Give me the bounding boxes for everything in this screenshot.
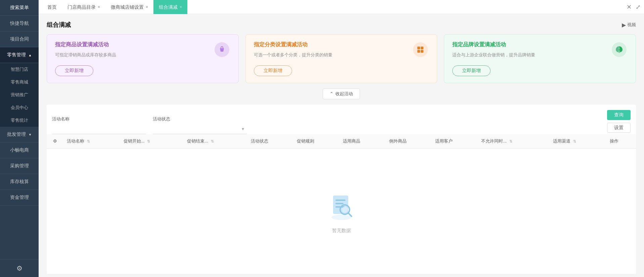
svg-rect-2 [417,47,420,49]
sidebar-item-project-contract[interactable]: 项目合同 [0,32,39,47]
brand-activity-card: 指定品牌设置满减活动 适合与上游企业联合做营销，提升品牌销量 立即新增 [444,34,636,83]
leaf-icon [611,41,628,58]
filter-actions: 查询 设置 [607,110,631,134]
sidebar-retail-submenu: 智慧门店 零售商城 营销推广 会员中心 零售统计 [0,63,39,127]
product-activity-card: 指定商品设置满减活动 可指定滞销商品或库存较多商品 立即新增 [47,34,239,83]
filter-status-select[interactable]: 进行中 已结束 未开始 [153,123,247,134]
svg-rect-5 [421,50,423,53]
filter-status-select-wrap: 进行中 已结束 未开始 [153,123,247,134]
empty-text: 暂无数据 [60,228,623,234]
sidebar-item-quick-nav[interactable]: 快捷导航 [0,16,39,32]
activity-table: ⚙ 活动名称 ⇅ 促销开始... ⇅ 促销结束... ⇅ [47,134,636,274]
chevron-up-icon: ⌃ [330,91,333,96]
svg-rect-4 [417,50,420,53]
bag-icon [214,41,230,58]
sidebar-subitem-marketing[interactable]: 营销推广 [0,89,39,101]
category-card-btn[interactable]: 立即新增 [254,65,292,76]
th-gear[interactable]: ⚙ [47,134,63,149]
gear-icon: ⚙ [53,138,57,144]
wholesale-arrow-icon: ▼ [28,133,32,136]
th-customer: 适用客户 [432,134,478,149]
collapse-activities-button[interactable]: ⌃ 收起活动 [323,89,360,99]
sidebar-subitem-smart-store[interactable]: 智慧门店 [0,63,39,76]
filter-status: 活动状态 进行中 已结束 未开始 [153,116,247,134]
close-window-button[interactable]: ✕ [627,0,632,14]
th-end[interactable]: 促销结束... ⇅ [184,134,247,149]
sort-channel-icon: ⇅ [573,139,576,143]
table-body: 暂无数据 [47,148,636,274]
svg-rect-12 [335,203,343,204]
empty-illustration [325,189,358,222]
sort-name-icon: ⇅ [87,139,90,143]
activity-cards: 指定商品设置满减活动 可指定滞销商品或库存较多商品 立即新增 指定分类设置满减活… [47,34,636,83]
sort-end-icon: ⇅ [211,139,214,143]
play-circle-icon: ▶ [622,22,626,28]
th-exclude: 例外商品 [386,134,432,149]
sidebar-item-wholesale-mgmt[interactable]: 批发管理 ▼ [0,127,39,143]
setting-button[interactable]: 设置 [607,123,631,133]
sort-start-icon: ⇅ [147,139,150,143]
tab-close-product-catalog[interactable]: × [98,0,100,14]
sidebar-subitem-members[interactable]: 会员中心 [0,101,39,114]
maximize-window-button[interactable]: ⤢ [636,0,641,14]
category-card-desc: 可选一个或者多个分类，提升分类的销量 [254,52,429,59]
tab-bar: 首页 门店商品目录 × 微商城店铺设置 × 组合满减 × ✕ ⤢ [39,0,644,14]
svg-rect-11 [335,200,346,201]
tab-close-combo-discount[interactable]: × [180,0,182,14]
retail-arrow-icon: ▲ [28,53,32,57]
sort-concurrent-icon: ⇅ [509,139,512,143]
svg-rect-3 [421,47,423,49]
th-no-concurrent[interactable]: 不允许同时... ⇅ [478,134,550,149]
svg-point-1 [413,42,428,57]
sidebar-search[interactable]: 搜索菜单 [0,0,39,16]
video-button[interactable]: ▶ 视频 [622,22,636,28]
svg-point-16 [342,207,348,213]
th-action: 操作 [606,134,636,149]
brand-card-btn[interactable]: 立即新增 [452,65,491,76]
brand-card-desc: 适合与上游企业联合做营销，提升品牌销量 [452,52,628,59]
sidebar-subitem-retail-stats[interactable]: 零售统计 [0,114,39,127]
th-channel[interactable]: 适用渠道 ⇅ [550,134,606,149]
category-card-title: 指定分类设置满减活动 [254,41,429,48]
filter-name-input[interactable] [52,123,146,134]
tab-product-catalog[interactable]: 门店商品目录 × [62,0,105,14]
sidebar-item-purchase-mgmt[interactable]: 采购管理 [0,158,39,174]
filter-bar: 活动名称 活动状态 进行中 已结束 未开始 查询 设置 [47,105,636,134]
main-area: 首页 门店商品目录 × 微商城店铺设置 × 组合满减 × ✕ ⤢ 组合满减 ▶ … [39,0,644,277]
svg-point-8 [331,215,352,220]
product-card-desc: 可指定滞销商品或库存较多商品 [55,52,230,59]
grid-icon [412,41,429,58]
tab-bar-right: ✕ ⤢ [627,0,641,14]
sidebar-settings-button[interactable]: ⚙ [0,259,39,277]
sidebar-item-xiaochange[interactable]: 小畅电商 [0,143,39,158]
sidebar-subitem-retail-mall[interactable]: 零售商城 [0,76,39,89]
tab-wechat-shop[interactable]: 微商城店铺设置 × [105,0,153,14]
tab-close-wechat-shop[interactable]: × [146,0,148,14]
filter-name: 活动名称 [52,116,146,134]
category-activity-card: 指定分类设置满减活动 可选一个或者多个分类，提升分类的销量 立即新增 [245,34,438,83]
table-wrap: ⚙ 活动名称 ⇅ 促销开始... ⇅ 促销结束... ⇅ [47,134,636,274]
empty-state: 暂无数据 [53,169,629,254]
page-title: 组合满减 [47,21,71,29]
filter-status-label: 活动状态 [153,116,247,122]
sidebar-item-finance[interactable]: 资金管理 [0,190,39,206]
query-button[interactable]: 查询 [607,110,631,120]
collapse-bar: ⌃ 收起活动 [47,89,636,99]
sidebar-item-retail-mgmt[interactable]: 零售管理 ▲ [0,47,39,63]
th-status: 活动状态 [247,134,293,149]
th-start[interactable]: 促销开始... ⇅ [120,134,184,149]
product-card-title: 指定商品设置满减活动 [55,41,230,48]
sidebar-item-inventory[interactable]: 库存核算 [0,174,39,190]
sidebar: 搜索菜单 快捷导航 项目合同 零售管理 ▲ 智慧门店 零售商城 营销推广 会员中… [0,0,39,277]
page-header: 组合满减 ▶ 视频 [47,21,636,29]
tab-home[interactable]: 首页 [42,0,62,14]
th-rule: 促销规则 [293,134,339,149]
product-card-btn[interactable]: 立即新增 [55,65,93,76]
content-area: 组合满减 ▶ 视频 指定商品设置满减活动 可指定滞销商品或库存较多商品 [39,14,644,277]
th-name[interactable]: 活动名称 ⇅ [63,134,120,149]
th-goods: 适用商品 [339,134,385,149]
filter-name-label: 活动名称 [52,116,146,122]
tab-combo-discount[interactable]: 组合满减 × [153,0,187,14]
brand-card-title: 指定品牌设置满减活动 [452,41,628,48]
